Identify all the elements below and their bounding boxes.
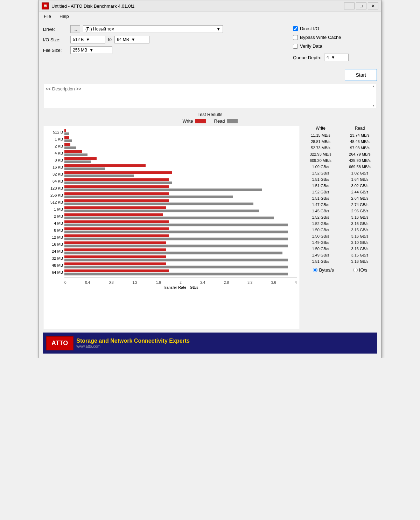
- x-axis-label: 3.2: [247, 281, 252, 285]
- write-val: 1.51 GB/s: [305, 196, 336, 200]
- bar-label: 512 KB: [45, 200, 63, 204]
- start-button[interactable]: Start: [345, 69, 377, 81]
- bar-container: [64, 178, 297, 184]
- io-to-label: to: [108, 37, 112, 42]
- menu-help[interactable]: Help: [57, 13, 71, 20]
- table-row: 1.49 GB/s 3.15 GB/s: [303, 252, 377, 258]
- bar-label: 16 KB: [45, 165, 63, 169]
- bar-write: [64, 213, 163, 216]
- bar-write: [64, 143, 70, 146]
- maximize-button[interactable]: □: [356, 2, 366, 9]
- chart-and-data: 512 B 1 KB 2 KB 4 KB 8 KB 16 KB: [43, 126, 377, 329]
- table-row: 11.15 MB/s 23.74 MB/s: [303, 132, 377, 138]
- close-button[interactable]: ✕: [368, 2, 378, 9]
- bar-row: 256 KB: [64, 192, 297, 198]
- io-radio[interactable]: [353, 268, 358, 272]
- header-write: Write: [305, 126, 336, 131]
- read-val: 3.02 GB/s: [344, 184, 376, 188]
- bar-label: 2 KB: [45, 144, 63, 148]
- right-settings: Direct I/O Bypass Write Cache Verify Dat…: [293, 25, 377, 81]
- table-row: 1.52 GB/s 2.44 GB/s: [303, 189, 377, 195]
- bar-container: [64, 199, 297, 205]
- bar-write: [64, 150, 82, 153]
- bar-container: [64, 129, 297, 135]
- bar-row: 512 KB: [64, 199, 297, 205]
- write-val: 1.51 GB/s: [305, 177, 336, 182]
- direct-io-checkbox[interactable]: [293, 26, 298, 31]
- io-size-row: I/O Size: 512 B ▼ to 64 MB ▼: [43, 36, 289, 43]
- drive-dropdown[interactable]: (F:) Новый том ▼: [83, 25, 223, 33]
- bytes-radio-item[interactable]: Bytes/s: [313, 267, 334, 273]
- bar-container: [64, 227, 297, 233]
- verify-data-checkbox[interactable]: [293, 44, 298, 49]
- results-title: Test Results: [43, 112, 377, 117]
- read-val: 3.10 GB/s: [344, 240, 376, 245]
- chart-bars: 512 B 1 KB 2 KB 4 KB 8 KB 16 KB: [64, 129, 297, 275]
- chart-legend: Write Read: [43, 118, 377, 124]
- write-val: 1.50 GB/s: [305, 234, 336, 238]
- footer-banner: ATTO Storage and Network Connectivity Ex…: [43, 333, 377, 354]
- bar-row: 128 KB: [64, 185, 297, 191]
- bar-read: [64, 182, 172, 184]
- queue-depth-dropdown[interactable]: 4 ▼: [324, 54, 349, 61]
- bar-write: [64, 220, 169, 223]
- bar-container: [64, 213, 297, 219]
- bar-row: 4 KB: [64, 150, 297, 156]
- queue-depth-label: Queue Depth:: [293, 55, 321, 60]
- write-val: 28.81 MB/s: [305, 139, 336, 144]
- bar-row: 4 MB: [64, 220, 297, 226]
- bar-container: [64, 171, 297, 177]
- write-val: 1.49 GB/s: [305, 253, 336, 257]
- file-size-arrow: ▼: [89, 48, 93, 53]
- file-size-label: File Size:: [43, 48, 68, 53]
- bar-label: 4 KB: [45, 151, 63, 155]
- description-scrollbar: ▲ ▼: [371, 85, 376, 107]
- bar-read: [64, 167, 105, 170]
- write-val: 1.51 GB/s: [305, 184, 336, 188]
- x-axis-label: 1.6: [156, 281, 161, 285]
- file-size-dropdown[interactable]: 256 MB ▼: [70, 46, 112, 54]
- units-row: Bytes/s IO/s: [303, 267, 377, 273]
- minimize-button[interactable]: —: [344, 2, 355, 9]
- verify-data-label: Verify Data: [300, 43, 322, 49]
- bar-label: 8 KB: [45, 158, 63, 162]
- table-row: 1.52 GB/s 3.16 GB/s: [303, 214, 377, 220]
- io-from-dropdown[interactable]: 512 B ▼: [70, 36, 105, 43]
- table-row: 1.47 GB/s 2.74 GB/s: [303, 201, 377, 208]
- bar-container: [64, 220, 297, 226]
- write-val: 1.52 GB/s: [305, 221, 336, 226]
- write-val: 1.50 GB/s: [305, 228, 336, 232]
- table-row: 1.51 GB/s 3.16 GB/s: [303, 258, 377, 265]
- x-axis-label: 4: [295, 281, 297, 285]
- main-window: 📊 Untitled - ATTO Disk Benchmark 4.01.0f…: [38, 0, 382, 358]
- read-val: 3.15 GB/s: [344, 228, 376, 232]
- bar-row: 2 MB: [64, 213, 297, 219]
- bytes-radio[interactable]: [313, 268, 317, 272]
- read-val: 3.16 GB/s: [344, 215, 376, 219]
- write-val: 1.09 GB/s: [305, 165, 336, 169]
- drive-browse-button[interactable]: ...: [70, 25, 80, 33]
- read-val: 2.64 GB/s: [344, 196, 376, 200]
- bar-write: [64, 178, 169, 181]
- scroll-up-arrow[interactable]: ▲: [372, 85, 375, 88]
- drive-value: (F:) Новый том: [85, 27, 114, 32]
- read-val: 3.16 GB/s: [344, 247, 376, 251]
- io-label: IO/s: [359, 267, 368, 273]
- table-row: 322.93 MB/s 264.79 MB/s: [303, 151, 377, 157]
- bar-write: [64, 185, 169, 188]
- bar-write: [64, 164, 146, 167]
- table-row: 1.50 GB/s 3.16 GB/s: [303, 233, 377, 239]
- bypass-cache-checkbox[interactable]: [293, 35, 298, 40]
- menu-file[interactable]: File: [42, 13, 53, 20]
- bar-read: [64, 252, 282, 254]
- io-to-dropdown[interactable]: 64 MB ▼: [114, 36, 149, 43]
- bar-container: [64, 192, 297, 198]
- io-radio-item[interactable]: IO/s: [353, 267, 368, 273]
- bar-label: 12 MB: [45, 235, 63, 239]
- bar-row: 1 MB: [64, 206, 297, 212]
- bar-label: 48 MB: [45, 263, 63, 267]
- bar-read: [64, 160, 91, 163]
- title-controls: — □ ✕: [344, 2, 378, 9]
- table-row: 609.20 MB/s 425.90 MB/s: [303, 157, 377, 164]
- scroll-down-arrow[interactable]: ▼: [372, 104, 375, 107]
